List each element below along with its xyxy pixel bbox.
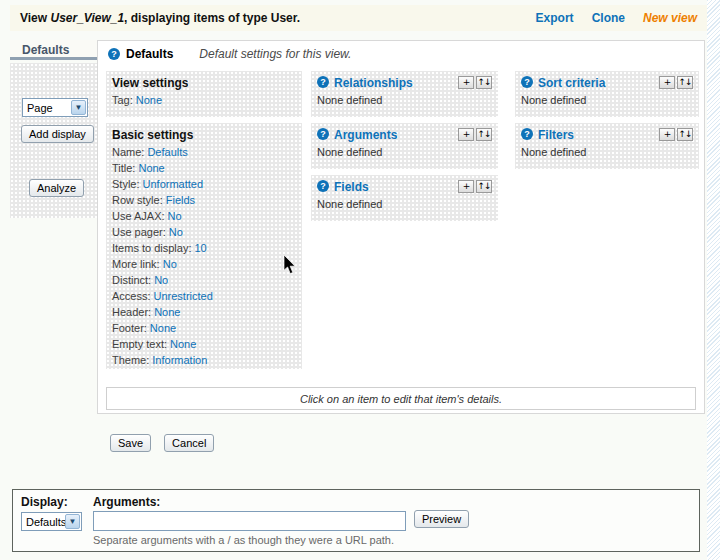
title-suffix: , displaying items of type User. xyxy=(124,11,300,25)
sort-criteria-empty: None defined xyxy=(521,94,693,106)
setting-value-link[interactable]: None xyxy=(154,306,180,318)
relationships-box: ? Relationships + ↑↓ None defined xyxy=(311,71,498,117)
filters-actions: + ↑↓ xyxy=(659,128,693,141)
setting-value-link[interactable]: Information xyxy=(152,354,207,366)
relationships-title-link[interactable]: Relationships xyxy=(334,76,413,90)
setting-value-link[interactable]: No xyxy=(154,274,168,286)
add-display-button[interactable]: Add display xyxy=(21,125,94,143)
cancel-button[interactable]: Cancel xyxy=(164,434,214,452)
setting-label: More link: xyxy=(112,258,160,270)
save-button[interactable]: Save xyxy=(110,434,151,452)
add-icon[interactable]: + xyxy=(458,76,474,89)
add-icon[interactable]: + xyxy=(458,128,474,141)
setting-row: Use pager:No xyxy=(112,224,296,240)
setting-row: Name:Defaults xyxy=(112,144,296,160)
setting-value-link[interactable]: No xyxy=(163,258,177,270)
help-icon[interactable]: ? xyxy=(317,128,329,140)
fields-title-link[interactable]: Fields xyxy=(334,180,369,194)
rearrange-icon[interactable]: ↑↓ xyxy=(476,76,492,89)
tab-defaults[interactable]: Defaults xyxy=(10,40,97,60)
add-icon[interactable]: + xyxy=(659,128,675,141)
view-settings-list: Tag:None xyxy=(112,92,296,108)
relationships-actions: + ↑↓ xyxy=(458,76,492,89)
display-type-select[interactable]: Page ▼ xyxy=(22,98,88,117)
rearrange-icon[interactable]: ↑↓ xyxy=(476,180,492,193)
title-prefix: View xyxy=(20,11,50,25)
setting-row: Distinct:No xyxy=(112,272,296,288)
filters-header: ? Filters + ↑↓ xyxy=(521,128,693,142)
setting-row: Tag:None xyxy=(112,92,296,108)
export-link[interactable]: Export xyxy=(536,11,574,25)
setting-label: Use pager: xyxy=(112,226,166,238)
display-sidebar: Defaults Page ▼ Add display Analyze xyxy=(10,40,97,218)
basic-settings-list: Name:Defaults Title:None Style:Unformatt… xyxy=(112,144,296,368)
help-icon[interactable]: ? xyxy=(317,76,329,88)
add-icon[interactable]: + xyxy=(659,76,675,89)
relationships-empty: None defined xyxy=(317,94,492,106)
form-actions: Save Cancel xyxy=(110,434,214,452)
setting-value-link[interactable]: Unformatted xyxy=(143,178,204,190)
setting-row: Style:Unformatted xyxy=(112,176,296,192)
arguments-help-text: Separate arguments with a / as though th… xyxy=(93,534,394,546)
setting-value-link[interactable]: Fields xyxy=(166,194,195,206)
arguments-empty: None defined xyxy=(317,146,492,158)
fields-header: ? Fields + ↑↓ xyxy=(317,180,492,194)
setting-value-link[interactable]: No xyxy=(168,210,182,222)
setting-label: Name: xyxy=(112,146,144,158)
fields-actions: + ↑↓ xyxy=(458,180,492,193)
arguments-actions: + ↑↓ xyxy=(458,128,492,141)
sort-criteria-actions: + ↑↓ xyxy=(659,76,693,89)
relationships-header: ? Relationships + ↑↓ xyxy=(317,76,492,90)
setting-label: Row style: xyxy=(112,194,163,206)
arguments-input[interactable] xyxy=(93,511,406,531)
setting-value-link[interactable]: None xyxy=(170,338,196,350)
help-icon[interactable]: ? xyxy=(108,48,120,60)
rearrange-icon[interactable]: ↑↓ xyxy=(476,128,492,141)
display-type-value: Page xyxy=(27,102,53,114)
add-icon[interactable]: + xyxy=(458,180,474,193)
chevron-down-icon: ▼ xyxy=(71,100,86,115)
setting-value-link[interactable]: None xyxy=(136,94,162,106)
fields-box: ? Fields + ↑↓ None defined xyxy=(311,175,498,221)
setting-row: Access:Unrestricted xyxy=(112,288,296,304)
setting-value-link[interactable]: No xyxy=(169,226,183,238)
panel-header: ? Defaults Default settings for this vie… xyxy=(108,47,694,61)
setting-row: Empty text:None xyxy=(112,336,296,352)
fields-empty: None defined xyxy=(317,198,492,210)
setting-label: Theme: xyxy=(112,354,149,366)
sort-criteria-title-link[interactable]: Sort criteria xyxy=(538,76,605,90)
setting-value-link[interactable]: Unrestricted xyxy=(154,290,213,302)
arguments-title-link[interactable]: Arguments xyxy=(334,128,397,142)
analyze-button[interactable]: Analyze xyxy=(29,179,84,197)
help-icon[interactable]: ? xyxy=(521,128,533,140)
setting-label: Access: xyxy=(112,290,151,302)
page-title: View User_View_1, displaying items of ty… xyxy=(20,11,518,25)
preview-button[interactable]: Preview xyxy=(414,510,469,528)
chevron-down-icon: ▼ xyxy=(65,514,80,529)
help-icon[interactable]: ? xyxy=(521,76,533,88)
setting-value-link[interactable]: 10 xyxy=(194,242,206,254)
setting-value-link[interactable]: None xyxy=(138,162,164,174)
help-icon[interactable]: ? xyxy=(317,180,329,192)
setting-label: Items to display: xyxy=(112,242,191,254)
new-view-link[interactable]: New view xyxy=(643,11,697,25)
setting-value-link[interactable]: None xyxy=(150,322,176,334)
preview-display-value: Defaults xyxy=(26,516,66,528)
setting-label: Style: xyxy=(112,178,140,190)
setting-label: Distinct: xyxy=(112,274,151,286)
mouse-cursor xyxy=(283,255,296,275)
rearrange-icon[interactable]: ↑↓ xyxy=(677,128,693,141)
rearrange-icon[interactable]: ↑↓ xyxy=(677,76,693,89)
sort-criteria-header: ? Sort criteria + ↑↓ xyxy=(521,76,693,90)
filters-box: ? Filters + ↑↓ None defined xyxy=(515,123,699,169)
setting-row: Footer:None xyxy=(112,320,296,336)
filters-title-link[interactable]: Filters xyxy=(538,128,574,142)
setting-row: Use AJAX:No xyxy=(112,208,296,224)
setting-label: Empty text: xyxy=(112,338,167,350)
setting-row: Row style:Fields xyxy=(112,192,296,208)
preview-display-select[interactable]: Defaults ▼ xyxy=(21,512,82,531)
clone-link[interactable]: Clone xyxy=(592,11,625,25)
views-ui-page: View User_View_1, displaying items of ty… xyxy=(0,0,720,560)
setting-value-link[interactable]: Defaults xyxy=(147,146,187,158)
view-name: User_View_1 xyxy=(50,11,124,25)
